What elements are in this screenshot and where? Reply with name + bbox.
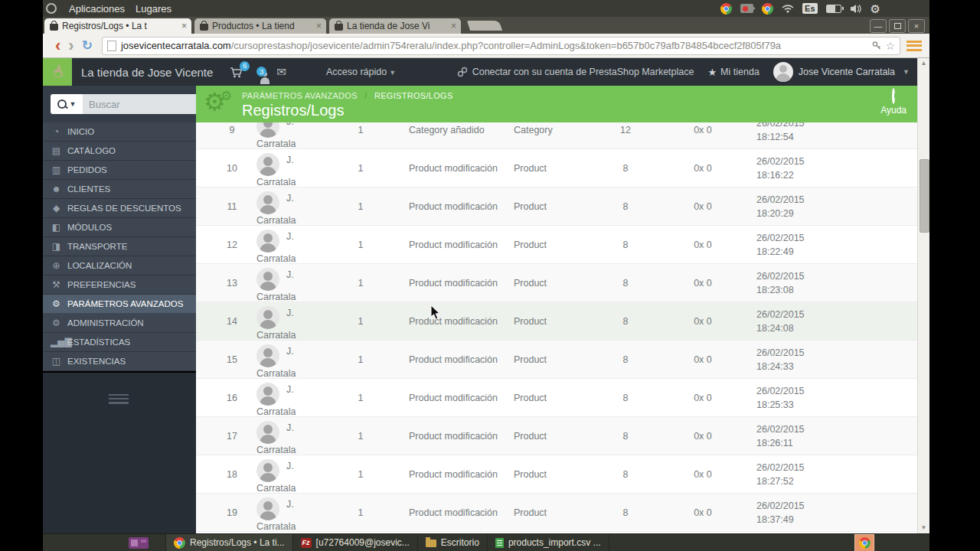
sidebar-item-icon: ⚙ [51, 298, 62, 309]
sidebar-item-icon: ⊕ [51, 260, 62, 271]
message-cell: Product modificación [372, 507, 510, 518]
screen-recorder-icon[interactable] [740, 4, 753, 13]
battery-icon[interactable] [826, 5, 841, 13]
table-row[interactable]: 12 J. Carratala 1 Product modificación P… [196, 226, 917, 264]
log-id-cell: 14 [196, 316, 250, 327]
key-icon[interactable] [872, 41, 882, 51]
sidebar-item-estadisticas[interactable]: ▂▅▇ ESTADÍSTICAS [43, 333, 196, 352]
workspace-switcher-icon[interactable] [129, 537, 149, 549]
breadcrumb-parent[interactable]: PARÁMETROS AVANZADOS [242, 91, 358, 100]
search-icon [57, 99, 67, 109]
sidebar-item-clientes[interactable]: ☻ CLIENTES [43, 180, 196, 199]
scroll-down-arrow[interactable]: ▼ [918, 524, 929, 532]
keyboard-layout-indicator[interactable]: Es [802, 3, 817, 14]
user-menu[interactable]: Jose Vicente Carratala ▼ [773, 62, 910, 82]
sidebar-item-localizacion[interactable]: ⊕ LOCALIZACIÓN [43, 256, 196, 276]
carts-icon[interactable]: 6 [230, 67, 243, 78]
sidebar-item-preferencias[interactable]: ⚒ PREFERENCIAS [43, 276, 196, 295]
volume-icon[interactable] [850, 4, 862, 14]
my-shop-link[interactable]: ★ Mi tienda [707, 67, 759, 78]
object-id-cell: 8 [602, 507, 649, 518]
collapse-menu-icon[interactable] [109, 394, 129, 404]
forward-button[interactable]: › [68, 38, 74, 54]
employee-last-name: Carratala [256, 330, 349, 341]
object-type-cell: Product [510, 163, 602, 174]
sidebar-item-reglas-de-descuentos[interactable]: ◆ REGLAS DE DESCUENTOS [43, 199, 196, 218]
sidebar-item-icon: ▂▅▇ [51, 337, 62, 347]
sidebar-item-pedidos[interactable]: ▥ PEDIDOS [43, 161, 196, 180]
sidebar-item-label: INICIO [67, 127, 94, 136]
scrollbar-thumb[interactable] [920, 159, 929, 233]
message-cell: Product modificación [372, 431, 510, 442]
chrome-tray-icon[interactable] [762, 3, 773, 15]
quick-access-menu[interactable]: Acceso rápido▼ [326, 67, 396, 77]
table-row[interactable]: 15 J. Carratala 1 Product modificación P… [196, 341, 917, 379]
table-row[interactable]: 9 J. Carratala 1 Category añadido Catego… [196, 122, 917, 149]
window-maximize-button[interactable] [889, 19, 906, 33]
window-minimize-button[interactable]: — [870, 19, 887, 33]
window-close-button[interactable]: × [908, 19, 925, 33]
bookmark-star-icon[interactable]: ☆ [885, 40, 895, 52]
error-code-cell: 0x 0 [649, 163, 756, 174]
scroll-up-arrow[interactable]: ▲ [918, 60, 929, 67]
browser-menu-icon[interactable] [906, 41, 922, 51]
tab-close-icon[interactable]: × [181, 21, 187, 31]
user-avatar [773, 62, 793, 82]
sidebar-item-label: CATÁLOGO [67, 146, 116, 155]
browser-scrollbar[interactable]: ▲ ▼ [917, 58, 929, 533]
table-row[interactable]: 19 J. Carratala 1 Product modificación P… [196, 494, 917, 532]
sidebar-item-catalogo[interactable]: ▤ CATÁLOGO [43, 142, 196, 161]
menubar-applications[interactable]: Aplicaciones [69, 3, 125, 15]
error-code-cell: 0x 0 [649, 469, 756, 480]
marketplace-link[interactable]: Conectar con su cuenta de PrestaShop Mar… [457, 67, 694, 77]
taskbar-item[interactable]: Escritorio [418, 534, 488, 551]
severity-cell: 1 [349, 278, 372, 289]
chrome-tray-icon[interactable] [720, 3, 732, 15]
sidebar-item-administracion[interactable]: ⚙ ADMINISTRACIÓN [43, 314, 196, 333]
taskbar-item[interactable]: Registros/Logs • La ti... [165, 534, 293, 551]
menubar-places[interactable]: Lugares [136, 3, 172, 15]
chrome-icon [174, 537, 185, 549]
table-row[interactable]: 11 J. Carratala 1 Product modificación P… [196, 187, 917, 226]
date-cell: 26/02/2015 18:27:52 [756, 461, 917, 488]
shop-name[interactable]: La tienda de Jose Vicente [81, 66, 213, 79]
back-button[interactable]: ‹ [55, 38, 60, 54]
employee-last-name: Carratala [256, 483, 349, 494]
table-row[interactable]: 14 J. Carratala 1 Product modificación P… [196, 302, 917, 341]
sidebar-item-existencias[interactable]: ◫ EXISTENCIAS [43, 352, 196, 371]
url-bar[interactable]: josevicentecarratala.com /cursoprestasho… [102, 37, 900, 55]
table-row[interactable]: 16 J. Carratala 1 Product modificación P… [196, 379, 917, 417]
sidebar-footer [43, 373, 196, 533]
tab-close-icon[interactable]: × [316, 21, 322, 31]
table-row[interactable]: 10 J. Carratala 1 Product modificación P… [196, 149, 917, 187]
help-button[interactable]: Ayuda [880, 90, 906, 116]
tab-close-icon[interactable]: × [451, 21, 456, 31]
table-row[interactable]: 18 J. Carratala 1 Product modificación P… [196, 455, 917, 494]
object-id-cell: 8 [602, 354, 649, 365]
object-id-cell: 8 [602, 240, 649, 250]
session-gear-icon[interactable]: ⚙ [871, 3, 880, 15]
log-id-cell: 9 [196, 125, 250, 135]
taskbar-item[interactable]: products_import.csv ... [488, 534, 609, 551]
messages-icon[interactable]: ✉ [276, 65, 286, 79]
wifi-icon[interactable] [782, 4, 794, 13]
tab-productos[interactable]: Productos • La tiend × [194, 18, 326, 34]
tab-registros-logs[interactable]: Registros/Logs • La t × [44, 18, 191, 34]
reload-button[interactable]: ↻ [82, 39, 93, 53]
search-scope-button[interactable]: ▼ [51, 94, 83, 114]
table-row[interactable]: 17 J. Carratala 1 Product modificación P… [196, 417, 917, 455]
severity-cell: 1 [349, 163, 372, 174]
taskbar-item[interactable]: Fz [u72764009@josevic... [293, 534, 418, 551]
new-tab-button[interactable] [467, 21, 502, 31]
tab-la-tienda[interactable]: La tienda de Jose Vi × [329, 18, 461, 34]
sidebar-item-inicio[interactable]: ◔ INICIO [43, 122, 196, 142]
employee-cell: J. Carratala [250, 455, 349, 494]
sidebar-item-transporte[interactable]: ◨ TRANSPORTE [43, 237, 196, 256]
sidebar-item-parametros-avanzados[interactable]: ⚙ PARÁMETROS AVANZADOS [43, 295, 196, 314]
table-row[interactable]: 13 J. Carratala 1 Product modificación P… [196, 264, 917, 302]
prestashop-logo[interactable]: ☝ [43, 58, 72, 86]
sidebar-item-modulos[interactable]: ◧ MÓDULOS [43, 218, 196, 237]
chrome-notification-icon[interactable] [854, 534, 874, 551]
employee-cell: J. Carratala [250, 149, 349, 187]
sidebar-item-icon: ◨ [51, 241, 62, 252]
